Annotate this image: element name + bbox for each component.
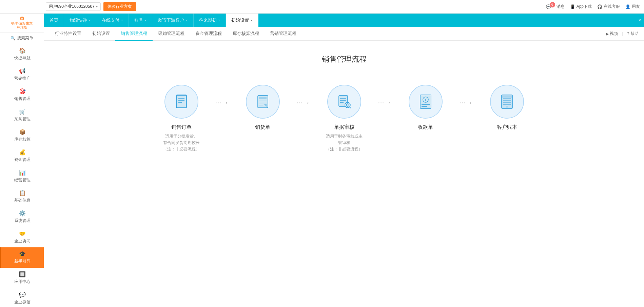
sub-tab-init-settings[interactable]: 初始设置 bbox=[87, 27, 115, 41]
customer-account-icon: ¥ bbox=[499, 94, 515, 110]
finance-icon: 💰 bbox=[19, 149, 26, 156]
divider: | bbox=[622, 32, 623, 36]
flow-step-sales-order[interactable]: 销售订单 适用于分批发货、有合同发货周期较长（注：非必要流程） bbox=[151, 85, 212, 153]
collab-icon: 🤝 bbox=[19, 230, 26, 237]
flow-desc-sales-order: 适用于分批发货、有合同发货周期较长（注：非必要流程） bbox=[163, 133, 200, 153]
purchase-icon: 🛒 bbox=[19, 108, 26, 115]
sidebar-item-inventory[interactable]: 📦 库存核算 bbox=[0, 125, 44, 146]
sales-invoice-icon bbox=[255, 94, 271, 110]
nav-tab-home[interactable]: 首页 bbox=[44, 14, 64, 27]
nav-tab-online-pay-close[interactable]: × bbox=[121, 18, 123, 22]
sub-tab-inventory-flow[interactable]: 库存核算流程 bbox=[227, 27, 265, 41]
search-icon: 🔍 bbox=[11, 36, 16, 41]
nav-tab-account-close[interactable]: × bbox=[144, 18, 147, 22]
sub-tab-finance-label: 资金管理流程 bbox=[195, 30, 222, 37]
close-all-tabs-btn[interactable]: × bbox=[638, 17, 641, 23]
play-icon: ▶ bbox=[606, 32, 609, 36]
main-layout: 畅 畅库·道好生意 标准版 🔍 搜索菜单 🏠 快捷导航 📢 营销推广 🎯 销售管… bbox=[0, 14, 644, 307]
sidebar-label: 应用中心 bbox=[14, 279, 31, 285]
nav-tab-online-pay[interactable]: 在线支付 × bbox=[96, 14, 129, 27]
user-selector[interactable]: 用户690企业1660120507 ▾ bbox=[46, 2, 101, 11]
sub-tab-finance-flow[interactable]: 资金管理流程 bbox=[190, 27, 227, 41]
nav-tab-period-close[interactable]: × bbox=[218, 18, 220, 22]
sidebar-item-new-guide[interactable]: 🎓 新手引导 bbox=[0, 247, 44, 268]
sidebar-item-ops-mgmt[interactable]: 📊 经营管理 bbox=[0, 166, 44, 186]
base-info-icon: 📋 bbox=[19, 190, 26, 196]
nav-tab-init-close[interactable]: × bbox=[250, 18, 252, 22]
sidebar-search[interactable]: 🔍 搜索菜单 bbox=[0, 33, 44, 44]
flow-step-doc-review[interactable]: 单据审核 适用于财务审核或主管审核（注：非必要流程） bbox=[314, 85, 375, 153]
sidebar-item-base-info[interactable]: 📋 基础信息 bbox=[0, 186, 44, 207]
sub-tab-actions: ▶ 视频 | ? 帮助 bbox=[606, 31, 639, 37]
nav-tab-invite-customer[interactable]: 邀请下游客户 × bbox=[152, 14, 193, 27]
sub-tab-purchase-flow[interactable]: 采购管理流程 bbox=[153, 27, 190, 41]
flow-step-customer-account[interactable]: ¥ 客户账本 bbox=[476, 85, 538, 133]
svg-rect-8 bbox=[259, 97, 267, 99]
message-badge: 6 bbox=[550, 2, 555, 7]
nav-tab-logistics-label: 物流快递 bbox=[70, 17, 87, 23]
sidebar-item-marketing-promo[interactable]: 📢 营销推广 bbox=[0, 64, 44, 85]
sidebar-item-sys-mgmt[interactable]: ⚙️ 系统管理 bbox=[0, 207, 44, 227]
sidebar-item-sales-mgmt[interactable]: 🎯 销售管理 bbox=[0, 85, 44, 105]
logo-svg: 畅 bbox=[17, 16, 27, 21]
flow-label-receipt: 收款单 bbox=[418, 124, 433, 130]
sidebar-item-purchase-mgmt[interactable]: 🛒 采购管理 bbox=[0, 105, 44, 125]
nav-tab-logistics-close[interactable]: × bbox=[89, 18, 91, 22]
flow-desc-doc-review: 适用于财务审核或主管审核（注：非必要流程） bbox=[326, 133, 363, 153]
sidebar-item-enterprise-collab[interactable]: 🤝 企业协同 bbox=[0, 227, 44, 247]
search-label: 搜索菜单 bbox=[17, 35, 33, 41]
sidebar-item-quick-nav[interactable]: 🏠 快捷导航 bbox=[0, 44, 44, 64]
sidebar-item-app-center[interactable]: 🔲 应用中心 bbox=[0, 268, 44, 288]
page-title: 销售管理流程 bbox=[51, 54, 637, 64]
header-left: 用户690企业1660120507 ▾ 体验行业方案 bbox=[0, 2, 136, 11]
flow-circle-receipt: ¥ bbox=[409, 85, 443, 119]
nav-tab-init-settings[interactable]: 初始设置 × bbox=[226, 14, 258, 27]
app-download-label: App下载 bbox=[577, 4, 592, 9]
online-service-item[interactable]: 🎧 在线客服 bbox=[597, 4, 620, 9]
sidebar-label: 资金管理 bbox=[14, 157, 31, 163]
help-label: 帮助 bbox=[630, 31, 639, 37]
search-menu-btn[interactable]: 🔍 搜索菜单 bbox=[3, 35, 41, 41]
content-area: 首页 物流快递 × 在线支付 × 账号 × 邀请下游客户 × 往来期初 × bbox=[44, 14, 644, 307]
app-download-item[interactable]: 📱 App下载 bbox=[570, 4, 592, 9]
flow-circle-sales-invoice bbox=[246, 85, 280, 119]
nav-tab-invite-close[interactable]: × bbox=[186, 18, 188, 22]
arrow-icon-2: ···→ bbox=[296, 98, 310, 107]
svg-text:畅: 畅 bbox=[21, 17, 23, 20]
flow-step-receipt[interactable]: ¥ 收款单 bbox=[395, 85, 456, 133]
sales-order-icon bbox=[173, 94, 190, 110]
flow-arrow-2: ···→ bbox=[293, 85, 314, 107]
flow-step-sales-invoice[interactable]: 销货单 bbox=[232, 85, 293, 133]
sub-tab-industry-settings[interactable]: 行业特性设置 bbox=[50, 27, 87, 41]
sub-tab-marketing-flow[interactable]: 营销管理流程 bbox=[265, 27, 302, 41]
sub-tab-sales-flow[interactable]: 销售管理流程 bbox=[115, 27, 153, 41]
arrow-icon-3: ···→ bbox=[378, 98, 391, 107]
nav-tab-init-label: 初始设置 bbox=[231, 17, 249, 23]
guide-icon: 🎓 bbox=[19, 251, 26, 257]
video-action[interactable]: ▶ 视频 bbox=[606, 31, 618, 37]
message-label: 消息 bbox=[557, 4, 565, 9]
sidebar-label: 营销推广 bbox=[14, 76, 31, 81]
help-icon: ? bbox=[627, 32, 629, 36]
nav-tab-logistics[interactable]: 物流快递 × bbox=[64, 14, 96, 27]
arrow-icon-4: ···→ bbox=[459, 98, 473, 107]
sidebar-item-finance-mgmt[interactable]: 💰 资金管理 bbox=[0, 146, 44, 166]
headset-icon: 🎧 bbox=[597, 4, 602, 9]
nav-tab-invite-label: 邀请下游客户 bbox=[158, 17, 184, 23]
nav-tab-online-pay-label: 在线支付 bbox=[102, 17, 119, 23]
user-name-label: 用友 bbox=[632, 4, 640, 9]
sub-tabs: 行业特性设置 初始设置 销售管理流程 采购管理流程 资金管理流程 库存核算流程 … bbox=[44, 27, 644, 41]
nav-tab-account[interactable]: 账号 × bbox=[129, 14, 152, 27]
flow-label-sales-invoice: 销货单 bbox=[255, 124, 270, 130]
message-item[interactable]: 💬 6 消息 bbox=[546, 4, 565, 9]
svg-text:¥: ¥ bbox=[506, 105, 508, 108]
trial-button[interactable]: 体验行业方案 bbox=[103, 2, 136, 11]
help-action[interactable]: ? 帮助 bbox=[627, 31, 639, 37]
sidebar: 畅 畅库·道好生意 标准版 🔍 搜索菜单 🏠 快捷导航 📢 营销推广 🎯 销售管… bbox=[0, 14, 44, 307]
page-content: 销售管理流程 销售订单 适用于分批发货、有合同发货周期较长（ bbox=[44, 41, 644, 307]
user-avatar-item[interactable]: 👤 用友 bbox=[625, 4, 640, 9]
sidebar-item-enterprise-wechat[interactable]: 💬 企业微信 bbox=[0, 288, 44, 307]
nav-tab-period-init[interactable]: 往来期初 × bbox=[194, 14, 226, 27]
home-icon: 🏠 bbox=[19, 47, 26, 54]
receipt-icon: ¥ bbox=[417, 94, 434, 110]
